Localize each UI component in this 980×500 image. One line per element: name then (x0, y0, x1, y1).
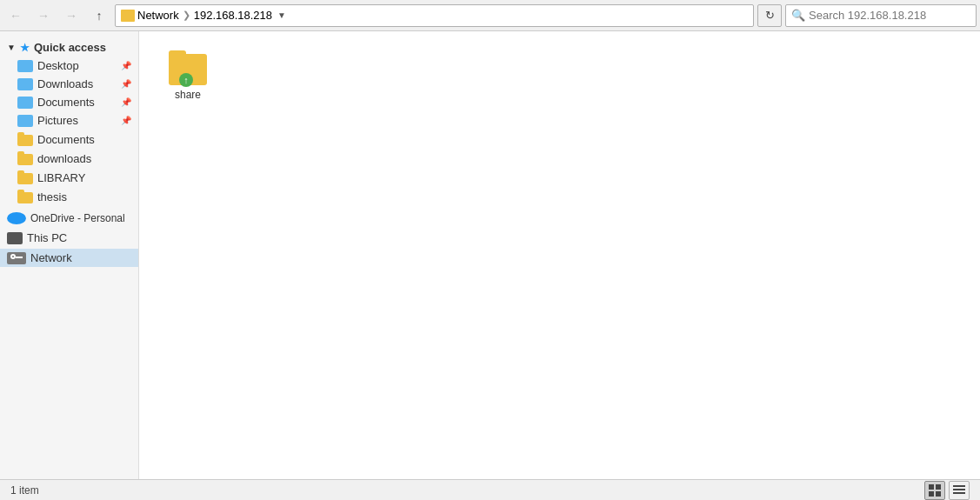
pin-icon: 📌 (121, 97, 131, 107)
pin-icon: 📌 (121, 61, 131, 70)
folder-icon (17, 170, 33, 184)
list-view-button[interactable] (949, 481, 970, 500)
sidebar-item-label: downloads (37, 152, 91, 165)
back-button[interactable]: ← (3, 3, 28, 28)
svg-rect-4 (953, 485, 965, 487)
network-icon (7, 252, 26, 264)
desktop-icon (17, 60, 33, 72)
main-area: ▼ ★ Quick access Desktop 📌 Downloads 📌 D… (0, 31, 980, 479)
path-sep1: ❯ (183, 10, 190, 21)
sidebar-quickaccess-header[interactable]: ▼ ★ Quick access (0, 38, 138, 57)
sidebar-item-thispc[interactable]: This PC (0, 229, 138, 247)
sidebar-item-library[interactable]: LIBRARY (0, 168, 138, 187)
onedrive-icon (7, 212, 26, 224)
statusbar: 1 item (0, 479, 980, 500)
sidebar-item-label: Desktop (37, 59, 79, 72)
address-dropdown-button[interactable]: ▼ (276, 10, 288, 20)
svg-rect-0 (929, 484, 934, 490)
sidebar-item-label: Pictures (37, 114, 78, 127)
sidebar-item-label: This PC (27, 231, 67, 244)
pictures-icon (17, 115, 33, 127)
share-folder-icon: ↑ (167, 47, 209, 85)
path-part1: Network (137, 9, 179, 22)
file-label: share (175, 89, 201, 101)
svg-rect-3 (936, 491, 941, 497)
svg-rect-5 (953, 489, 965, 490)
item-count: 1 item (10, 484, 39, 497)
downloads-icon (17, 78, 33, 90)
up-button[interactable]: ↑ (87, 3, 111, 28)
sidebar-item-label: Documents (37, 133, 95, 146)
sidebar-item-label: Network (30, 251, 72, 264)
folder-icon (17, 151, 33, 165)
pin-icon: 📌 (121, 116, 131, 125)
sidebar: ▼ ★ Quick access Desktop 📌 Downloads 📌 D… (0, 31, 139, 479)
sidebar-item-desktop[interactable]: Desktop 📌 (0, 57, 138, 75)
content-area: ↑ share (139, 31, 980, 479)
path-part2: 192.168.18.218 (194, 9, 272, 22)
svg-rect-1 (936, 484, 941, 490)
sidebar-item-thesis[interactable]: thesis (0, 187, 138, 206)
sidebar-item-downloads2[interactable]: downloads (0, 149, 138, 168)
file-item-share[interactable]: ↑ share (153, 42, 223, 106)
svg-rect-6 (953, 492, 965, 494)
sidebar-item-label: Documents (37, 96, 95, 109)
search-bar[interactable]: 🔍 (785, 4, 977, 27)
view-controls (924, 481, 970, 500)
search-icon: 🔍 (791, 9, 805, 22)
sidebar-item-downloads[interactable]: Downloads 📌 (0, 75, 138, 93)
thispc-icon (7, 232, 23, 244)
sidebar-item-documents2[interactable]: Documents (0, 130, 138, 149)
titlebar: ← → → ↑ Network ❯ 192.168.18.218 ▼ ↻ 🔍 (0, 0, 980, 31)
sidebar-item-label: LIBRARY (37, 171, 85, 184)
quick-access-label: Quick access (34, 41, 106, 54)
chevron-down-icon: ▼ (7, 43, 16, 52)
forward-button2[interactable]: → (59, 3, 83, 28)
sidebar-item-onedrive[interactable]: OneDrive - Personal (0, 210, 138, 227)
grid-view-button[interactable] (924, 481, 945, 500)
sidebar-item-network[interactable]: Network (0, 249, 138, 267)
sidebar-item-pictures[interactable]: Pictures 📌 (0, 111, 138, 130)
pin-icon: 📌 (121, 79, 131, 89)
sidebar-item-documents-pinned[interactable]: Documents 📌 (0, 93, 138, 111)
forward-button[interactable]: → (31, 3, 56, 28)
sidebar-item-label: Downloads (37, 77, 93, 90)
folder-icon (17, 190, 33, 203)
search-input[interactable] (809, 9, 970, 22)
svg-rect-2 (929, 491, 934, 497)
sidebar-item-label: thesis (37, 190, 67, 203)
documents-icon (17, 97, 33, 109)
folder-icon (17, 132, 33, 146)
refresh-button[interactable]: ↻ (757, 4, 782, 27)
address-bar[interactable]: Network ❯ 192.168.18.218 ▼ (115, 4, 754, 27)
sidebar-item-label: OneDrive - Personal (30, 212, 125, 224)
